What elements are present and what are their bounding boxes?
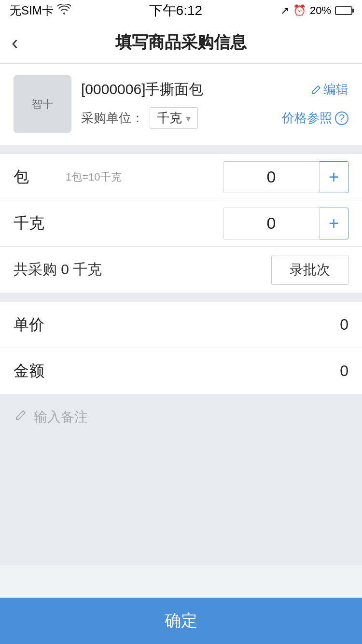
package-input-row: 包 1包=10千克 + [0,154,362,200]
product-name-row: [0000006]手撕面包 编辑 [81,80,348,99]
edit-button[interactable]: 编辑 [311,81,348,98]
price-ref-label: 价格参照 [282,110,332,126]
section-separator-1 [0,145,362,154]
edit-label: 编辑 [323,81,348,98]
status-right: ↗ ⏰ 20% [280,4,352,17]
confirm-bar[interactable]: 确定 [0,598,362,644]
product-info: [0000006]手撕面包 编辑 采购单位： 千克 ▾ 价格参照 ? [81,80,348,129]
status-time: 下午6:12 [149,1,203,20]
input-section: 包 1包=10千克 + 千克 + 共采购 0 千克 录批次 [0,154,362,293]
amount-label: 金额 [14,361,340,382]
chevron-down-icon: ▾ [186,112,191,124]
wifi-icon [57,4,71,17]
package-unit-hint: 1包=10千克 [66,170,223,184]
section-separator-2 [0,293,362,302]
product-card: 智十 [0000006]手撕面包 编辑 采购单位： 千克 ▾ 价格参照 ? [0,64,362,145]
product-image-text: 智十 [32,97,53,112]
carrier-text: 无SIM卡 [10,3,54,18]
unit-price-row: 单价 0 [0,302,362,348]
kg-plus-button[interactable]: + [320,208,348,239]
pencil-icon [14,409,27,426]
remark-section[interactable]: 输入备注 [0,394,362,440]
help-icon: ? [335,112,348,125]
page-title: 填写商品采购信息 [115,31,247,54]
product-unit-row: 采购单位： 千克 ▾ 价格参照 ? [81,107,348,129]
package-label: 包 [14,167,62,188]
status-bar: 无SIM卡 下午6:12 ↗ ⏰ 20% [0,0,362,21]
kg-input-row: 千克 + [0,200,362,247]
price-info-section: 单价 0 金额 0 [0,302,362,394]
amount-row: 金额 0 [0,348,362,394]
summary-text: 共采购 0 千克 [14,260,271,280]
remark-placeholder: 输入备注 [34,408,88,426]
confirm-label: 确定 [165,610,197,632]
nav-bar: ‹ 填写商品采购信息 [0,21,362,64]
unit-selector-group: 采购单位： 千克 ▾ [81,107,198,129]
unit-select[interactable]: 千克 ▾ [150,107,198,129]
kg-input[interactable] [223,208,320,239]
package-plus-button[interactable]: + [320,161,348,193]
battery-icon [335,6,352,15]
record-batch-label: 录批次 [290,261,330,279]
price-ref-button[interactable]: 价格参照 ? [282,110,348,126]
amount-value: 0 [340,362,348,380]
content-area [0,440,362,565]
location-icon: ↗ [280,4,289,17]
package-input[interactable] [223,161,320,193]
kg-controls: + [223,208,348,239]
unit-price-label: 单价 [14,314,340,336]
product-image: 智十 [14,75,71,133]
unit-value: 千克 [157,110,182,126]
product-name: [0000006]手撕面包 [81,80,203,99]
battery-percent: 20% [310,4,331,17]
summary-row: 共采购 0 千克 录批次 [0,247,362,293]
unit-price-value: 0 [340,316,348,334]
back-button[interactable]: ‹ [12,33,18,52]
alarm-icon: ⏰ [293,4,306,17]
package-controls: + [223,161,348,193]
kg-label: 千克 [14,213,62,234]
unit-label: 采购单位： [81,110,144,126]
record-batch-button[interactable]: 录批次 [271,255,348,285]
status-left: 无SIM卡 [10,3,71,18]
